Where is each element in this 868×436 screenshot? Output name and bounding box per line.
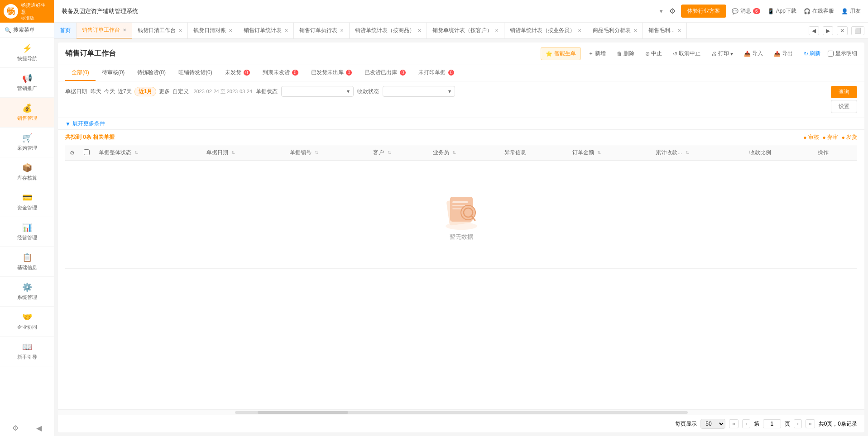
header-gear-icon[interactable]: ⚙ [669,7,676,15]
cancel-audit-btn[interactable]: ● 弃审 [823,133,838,141]
th-settings[interactable]: ⚙ [65,145,79,161]
tab-cash-daily[interactable]: 钱货日清工作台 ✕ [132,23,188,39]
tab-close-icon-9[interactable]: ✕ [633,28,637,33]
page-size-select[interactable]: 50 100 200 [700,419,725,429]
sidebar-item-inventory[interactable]: 📦 库存核算 [0,157,54,187]
next-page-btn[interactable]: › [794,419,802,428]
title-arrow-icon[interactable]: ▼ [658,8,664,14]
sub-tab-pending-audit[interactable]: 待审核(0) [96,65,131,81]
page-number-input[interactable] [763,419,781,428]
tab-close-icon-4[interactable]: ✕ [284,28,288,33]
sidebar-search[interactable]: 🔍 搜索菜单 [0,23,54,38]
sidebar-item-purchase[interactable]: 🛒 采购管理 [0,128,54,157]
stop-btn[interactable]: ⊘ 中止 [642,47,666,60]
sub-tab-shipped-not-out[interactable]: 已发货未出库 0 [305,65,359,81]
sidebar-item-guide[interactable]: 📖 新手引导 [0,336,54,366]
tab-sales-customer[interactable]: 销货单统计表（按客户） ✕ [427,23,504,39]
prev-page-btn[interactable]: ‹ [742,419,750,428]
sidebar-item-basic[interactable]: 📋 基础信息 [0,247,54,277]
select-all-checkbox[interactable] [84,149,90,155]
date-7days[interactable]: 近7天 [118,88,132,95]
tab-sales-product[interactable]: 销货单统计表（按商品） ✕ [350,23,427,39]
sidebar-item-operations[interactable]: 📊 经营管理 [0,217,54,247]
sidebar-item-sales[interactable]: 💰 销售管理 [0,98,54,128]
online-service-item[interactable]: 🎧 在线客服 [804,7,834,15]
sub-tab-all[interactable]: 全部(0) [65,65,96,81]
filter-settings-btn[interactable]: 设置 [831,100,857,113]
date-custom[interactable]: 自定义 [173,88,189,95]
payment-status-select[interactable]: ▾ [383,86,455,97]
last-page-btn[interactable]: » [806,419,815,428]
tab-sales-order-workbench[interactable]: 销售订单工作台 ✕ [77,23,132,39]
industry-btn[interactable]: 体验行业方案 [681,5,726,18]
tab-maximize-btn[interactable]: ⬜ [851,26,864,35]
page-suffix: 页 [785,420,790,428]
tab-prev-btn[interactable]: ◀ [809,26,819,35]
settings-bottom-icon[interactable]: ⚙ [12,424,19,432]
ship-btn[interactable]: ● 发货 [842,133,857,141]
sidebar-item-enterprise[interactable]: 🤝 企业协同 [0,307,54,336]
collapse-icon[interactable]: ◀ [36,424,42,432]
tab-close-icon[interactable]: ✕ [123,28,126,33]
add-btn[interactable]: ＋ 新增 [585,47,609,60]
date-1month[interactable]: 近1月 [134,87,157,96]
tab-close-icon-2[interactable]: ✕ [178,28,182,33]
tab-close-icon-7[interactable]: ✕ [495,28,499,33]
tab-close-icon-8[interactable]: ✕ [578,28,581,33]
sort-icon-6[interactable]: ⇅ [597,150,601,155]
export-btn[interactable]: 📤 导出 [770,47,796,60]
sort-icon-1[interactable]: ⇅ [231,150,235,155]
tab-margin-analysis[interactable]: 商品毛利分析表 ✕ [587,23,643,39]
tab-cash-reconcile[interactable]: 钱货日清对账 ✕ [188,23,238,39]
date-today[interactable]: 今天 [104,88,115,95]
sub-tab-not-shipped[interactable]: 未发货 0 [219,65,256,81]
show-detail-label[interactable]: 显示明细 [828,50,857,57]
scrollbar-thumb[interactable] [258,411,348,414]
show-detail-checkbox[interactable] [828,51,834,57]
sub-tab-wangpu-ship[interactable]: 旺铺待发货(0) [172,65,219,81]
sidebar-item-finance[interactable]: 💳 资金管理 [0,187,54,217]
tab-next-btn[interactable]: ▶ [823,26,833,35]
tab-sales-stats[interactable]: 销售订单统计表 ✕ [238,23,294,39]
tab-sales-margin[interactable]: 销售毛利... ✕ [643,23,687,39]
date-yesterday[interactable]: 昨天 [91,88,101,95]
tab-close-icon-3[interactable]: ✕ [229,28,232,33]
ai-gen-btn[interactable]: ⭐ 智能生单 [541,47,581,60]
status-select[interactable]: ▾ [281,86,354,97]
date-more[interactable]: 更多 [159,88,170,95]
first-page-btn[interactable]: « [729,419,739,428]
scrollbar-track[interactable] [235,411,688,414]
sub-tab-not-printed[interactable]: 未打印单据 0 [412,65,460,81]
sidebar-item-marketing[interactable]: 📢 营销推广 [0,68,54,98]
print-btn[interactable]: 🖨 打印 ▾ [708,47,737,60]
tab-sales-exec[interactable]: 销售订单执行表 ✕ [294,23,350,39]
expand-btn[interactable]: ▼ 展开更多条件 [65,120,857,128]
app-download-item[interactable]: 📱 App下载 [767,7,796,15]
audit-btn[interactable]: ● 审核 [803,133,819,141]
cancel-stop-btn[interactable]: ↺ 取消中止 [669,47,704,60]
tab-close-icon-5[interactable]: ✕ [340,28,344,33]
sidebar-item-system[interactable]: ⚙️ 系统管理 [0,277,54,307]
tab-close-icon-10[interactable]: ✕ [677,28,681,33]
tab-close-all-btn[interactable]: ✕ [837,26,848,35]
delete-btn[interactable]: 🗑 删除 [613,47,638,60]
message-item[interactable]: 💬 消息 6 [732,7,760,15]
sub-tab-pending-check[interactable]: 待拣验货(0) [131,65,172,81]
import-btn[interactable]: 📥 导入 [740,47,767,60]
tab-sales-staff[interactable]: 销货单统计表（按业务员） ✕ [504,23,587,39]
sidebar-item-quicknav[interactable]: ⚡ 快捷导航 [0,38,54,68]
th-checkbox[interactable] [79,145,94,161]
sort-icon-0[interactable]: ⇅ [134,150,138,155]
refresh-btn[interactable]: ↻ 刷新 [800,47,824,60]
sort-icon-3[interactable]: ⇅ [388,150,391,155]
th-action: 操作 [813,145,857,161]
user-item[interactable]: 👤 用友 [841,7,861,15]
query-btn[interactable]: 查询 [831,86,857,98]
sort-icon-2[interactable]: ⇅ [315,150,318,155]
tab-home[interactable]: 首页 [54,23,77,39]
tab-close-icon-6[interactable]: ✕ [417,28,421,33]
sub-tab-shipped-out[interactable]: 已发货已出库 0 [358,65,412,81]
sort-icon-7[interactable]: ⇅ [686,150,689,155]
sub-tab-overdue-ship[interactable]: 到期未发货 0 [256,65,305,81]
sort-icon-4[interactable]: ⇅ [452,150,456,155]
